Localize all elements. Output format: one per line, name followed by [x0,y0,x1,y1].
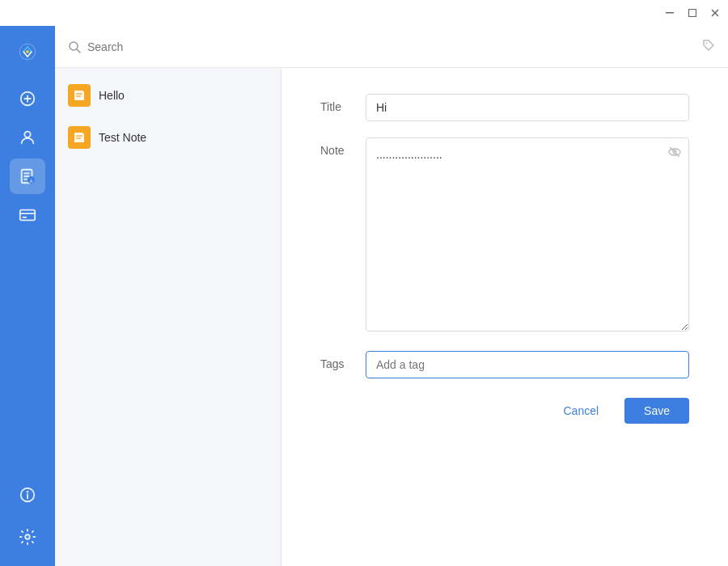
cancel-button[interactable]: Cancel [547,398,615,424]
close-button[interactable] [709,6,722,19]
search-icon [68,40,81,53]
sidebar-bottom [10,477,45,558]
action-row: Cancel Save [320,398,689,424]
tag-icon[interactable] [702,39,715,55]
note-title-test: Test Note [99,131,146,144]
svg-rect-0 [666,12,674,14]
svg-point-25 [706,42,708,44]
minimize-button[interactable] [663,6,676,19]
edit-panel: Title Note ..................... [281,68,728,566]
title-label: Title [320,94,353,113]
notes-list: Hello Test Note [55,68,281,566]
app-logo[interactable] [10,34,45,70]
sidebar-item-add[interactable] [10,81,45,116]
sidebar-item-notes[interactable]: A [10,158,45,194]
svg-point-21 [28,492,28,492]
note-textarea[interactable]: ..................... [366,137,689,332]
maximize-button[interactable] [686,6,699,19]
svg-line-24 [77,49,80,53]
panes: Hello Test Note Title Note [55,68,728,566]
app-container: A [0,26,728,566]
note-item-hello[interactable]: Hello [55,74,281,116]
save-button[interactable]: Save [624,398,689,424]
window-controls [663,6,722,19]
note-textarea-wrap: ..................... [366,137,689,335]
content-area: Hello Test Note Title Note [55,26,728,566]
note-field-row: Note ..................... [320,137,689,335]
sidebar-item-info[interactable] [10,477,45,513]
tags-label: Tags [320,351,353,370]
sidebar-item-profile[interactable] [10,120,45,155]
title-bar [0,0,728,26]
eye-icon[interactable] [668,146,681,162]
note-label: Note [320,137,353,157]
svg-rect-1 [689,10,696,17]
svg-text:A: A [30,179,33,184]
search-input[interactable] [87,40,696,53]
svg-point-22 [25,534,30,539]
sidebar-item-cards[interactable] [10,197,45,233]
tags-input[interactable] [366,351,689,378]
svg-rect-16 [20,210,35,221]
sidebar: A [0,26,55,566]
title-field-row: Title [320,94,689,121]
sidebar-item-settings[interactable] [10,519,45,555]
note-icon-hello [68,84,91,107]
tags-field-row: Tags [320,351,689,378]
svg-point-9 [24,132,30,137]
search-bar [55,26,728,68]
svg-point-5 [26,50,29,53]
note-item-test[interactable]: Test Note [55,116,281,158]
title-input[interactable] [366,94,689,121]
note-title-hello: Hello [99,89,125,102]
note-icon-test [68,126,91,149]
